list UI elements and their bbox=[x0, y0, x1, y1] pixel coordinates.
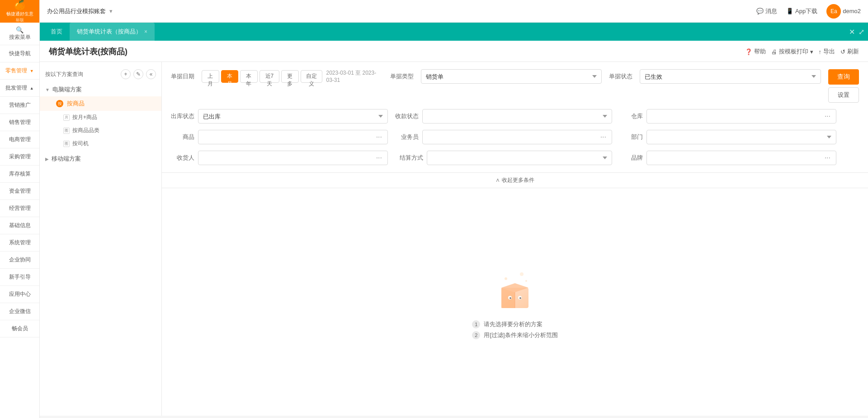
topbar: 办公用品行业模拟账套 ▾ 💬 消息 📱 App下载 Ea demo2 bbox=[40, 0, 868, 23]
scheme-sub-item-month-product[interactable]: 月 按月+商品 bbox=[40, 111, 161, 124]
tab-active[interactable]: 销货单统计表（按商品） × bbox=[70, 23, 155, 41]
date-more-btn[interactable]: 更多 bbox=[281, 70, 299, 83]
step-num-1: 1 bbox=[472, 320, 480, 328]
print-action[interactable]: 🖨 按模板打印 ▾ bbox=[771, 48, 813, 56]
sidebar-item-search[interactable]: 🔍 搜索菜单 bbox=[0, 23, 39, 45]
date-prev-btn[interactable]: 上月 bbox=[202, 70, 219, 83]
filter-receive-status: 收款状态 bbox=[395, 109, 612, 124]
refresh-action[interactable]: ↺ 刷新 bbox=[840, 48, 859, 56]
logo-label: 畅捷通好生意 bbox=[6, 11, 33, 17]
sidebar-item-retail[interactable]: 零售管理 ▼ bbox=[0, 62, 39, 80]
page-actions: ❓ 帮助 🖨 按模板打印 ▾ ↑ 导出 ↺ 刷新 bbox=[745, 48, 859, 56]
tab-maximize-btn[interactable]: ⤢ bbox=[859, 28, 864, 36]
page-title: 销货单统计表(按商品) bbox=[49, 46, 127, 57]
tab-close-icon[interactable]: × bbox=[144, 28, 147, 35]
export-action[interactable]: ↑ 导出 bbox=[819, 48, 835, 56]
content: 销货单统计表(按商品) ❓ 帮助 🖨 按模板打印 ▾ ↑ 导出 ↺ 刷新 bbox=[40, 41, 868, 418]
empty-step-2: 2 用[过滤]条件来缩小分析范围 bbox=[472, 331, 557, 339]
type-label: 单据类型 bbox=[390, 72, 417, 81]
filter-consignee: 收货人 ··· bbox=[171, 151, 388, 165]
status-label: 单据状态 bbox=[609, 72, 636, 81]
staff-dots[interactable]: ··· bbox=[599, 133, 608, 141]
topbar-app-download[interactable]: 📱 App下载 bbox=[786, 7, 817, 15]
empty-illustration bbox=[490, 265, 540, 315]
status-select[interactable]: 已生效 bbox=[640, 69, 821, 84]
print-icon: 🖨 bbox=[771, 48, 777, 55]
help-action[interactable]: ❓ 帮助 bbox=[745, 48, 766, 56]
dept-select[interactable] bbox=[646, 130, 836, 144]
filter-product: 商品 ··· bbox=[171, 130, 388, 144]
date-7-btn[interactable]: 近7天 bbox=[259, 70, 279, 83]
page-title-bar: 销货单统计表(按商品) ❓ 帮助 🖨 按模板打印 ▾ ↑ 导出 ↺ 刷新 bbox=[40, 41, 868, 62]
edit-scheme-btn[interactable]: ✎ bbox=[133, 69, 143, 79]
sidebar-item-quick-nav[interactable]: 快捷导航 bbox=[0, 45, 39, 62]
query-btn[interactable]: 查询 bbox=[828, 69, 859, 85]
out-select[interactable]: 已出库 bbox=[198, 109, 388, 124]
date-custom-btn[interactable]: 自定义 bbox=[301, 70, 323, 83]
consignee-label: 收货人 bbox=[171, 154, 198, 162]
topbar-dropdown-icon[interactable]: ▾ bbox=[109, 8, 113, 14]
consignee-dots[interactable]: ··· bbox=[374, 154, 384, 162]
brand-dots[interactable]: ··· bbox=[823, 154, 832, 162]
collapse-panel-btn[interactable]: « bbox=[146, 69, 156, 79]
sidebar-logo[interactable]: 🍊 畅捷通好生意 标版 bbox=[0, 0, 39, 23]
svg-point-7 bbox=[519, 297, 521, 299]
sidebar-item-ecommerce[interactable]: 电商管理 bbox=[0, 131, 39, 148]
chevron-right-icon: ▶ bbox=[45, 157, 49, 162]
empty-step-1: 1 请先选择要分析的方案 bbox=[472, 320, 557, 328]
logo-icon: 🍊 bbox=[14, 0, 25, 10]
scheme-item-by-product[interactable]: 按 按商品 bbox=[40, 96, 161, 111]
topbar-title: 办公用品行业模拟账套 bbox=[47, 7, 106, 15]
app-download-icon: 📱 bbox=[786, 8, 793, 14]
sidebar-item-member[interactable]: 畅会员 bbox=[0, 320, 39, 337]
tab-bar: 首页 销货单统计表（按商品） × ✕ ⤢ bbox=[40, 23, 868, 41]
date-year-btn[interactable]: 本年 bbox=[240, 70, 258, 83]
sidebar-item-finance[interactable]: 资金管理 bbox=[0, 183, 39, 200]
type-select[interactable]: 销货单 bbox=[421, 69, 602, 84]
right-panel: 单据日期 上月 本月 本年 近7天 更多 自定义 2023-03-01 至 20… bbox=[162, 62, 868, 416]
sidebar-item-purchase[interactable]: 采购管理 bbox=[0, 148, 39, 166]
sidebar-item-inventory[interactable]: 库存核算 bbox=[0, 166, 39, 183]
sidebar: 🍊 畅捷通好生意 标版 🔍 搜索菜单 快捷导航 零售管理 ▼ 批发管理 ▲ 营销… bbox=[0, 0, 40, 418]
sidebar-item-sales[interactable]: 销售管理 bbox=[0, 114, 39, 131]
step-num-2: 2 bbox=[472, 331, 480, 339]
settings-btn[interactable]: 设置 bbox=[828, 87, 859, 103]
receive-label: 收款状态 bbox=[395, 112, 422, 120]
scheme-group-pc: ▼ 电脑端方案 按 按商品 月 按月+商品 图 按商品品类 bbox=[40, 83, 161, 150]
sidebar-item-guide[interactable]: 新手引导 bbox=[0, 269, 39, 286]
scheme-sub-item-category[interactable]: 图 按商品品类 bbox=[40, 124, 161, 137]
sidebar-item-operations[interactable]: 经营管理 bbox=[0, 200, 39, 217]
tab-home[interactable]: 首页 bbox=[43, 23, 70, 41]
scheme-sub-item-driver[interactable]: 图 按司机 bbox=[40, 137, 161, 150]
sidebar-item-wholesale[interactable]: 批发管理 ▲ bbox=[0, 80, 39, 97]
filter-staff: 业务员 ··· bbox=[395, 130, 612, 144]
main-body: 按以下方案查询 + ✎ « ▼ 电脑端方案 按 按商品 bbox=[40, 62, 868, 416]
add-scheme-btn[interactable]: + bbox=[121, 69, 131, 79]
warehouse-dots[interactable]: ··· bbox=[823, 112, 832, 120]
empty-state: 1 请先选择要分析的方案 2 用[过滤]条件来缩小分析范围 bbox=[162, 188, 868, 416]
topbar-user[interactable]: Ea demo2 bbox=[826, 4, 861, 19]
sidebar-item-marketing[interactable]: 营销推广 bbox=[0, 97, 39, 114]
svg-point-8 bbox=[505, 277, 507, 280]
sidebar-item-enterprise[interactable]: 企业协同 bbox=[0, 252, 39, 269]
date-cur-btn[interactable]: 本月 bbox=[221, 70, 239, 83]
export-icon: ↑ bbox=[819, 48, 822, 55]
payment-select[interactable] bbox=[427, 151, 612, 165]
receive-select[interactable] bbox=[422, 109, 612, 124]
sidebar-item-system[interactable]: 系统管理 bbox=[0, 234, 39, 252]
filter-row-4: 收货人 ··· 结算方式 bbox=[171, 151, 859, 165]
topbar-messages[interactable]: 💬 消息 bbox=[756, 7, 777, 15]
date-group: 上月 本月 本年 近7天 更多 自定义 2023-03-01 至 2023-03… bbox=[202, 69, 383, 83]
scheme-group-mobile[interactable]: ▶ 移动端方案 bbox=[40, 152, 161, 166]
scheme-item-icon: 按 bbox=[56, 100, 63, 107]
out-label: 出库状态 bbox=[171, 112, 198, 120]
sidebar-item-wechat[interactable]: 企业微信 bbox=[0, 303, 39, 320]
sidebar-item-basic[interactable]: 基础信息 bbox=[0, 217, 39, 234]
scheme-group-pc-header[interactable]: ▼ 电脑端方案 bbox=[40, 83, 161, 96]
sidebar-item-app-center[interactable]: 应用中心 bbox=[0, 286, 39, 303]
tab-close-window-btn[interactable]: ✕ bbox=[849, 28, 855, 36]
product-dots[interactable]: ··· bbox=[374, 133, 384, 141]
scheme-sub-icon-2: 图 bbox=[63, 128, 70, 134]
help-icon: ❓ bbox=[745, 48, 752, 55]
collapse-bar[interactable]: ∧ 收起更多条件 bbox=[162, 173, 868, 188]
